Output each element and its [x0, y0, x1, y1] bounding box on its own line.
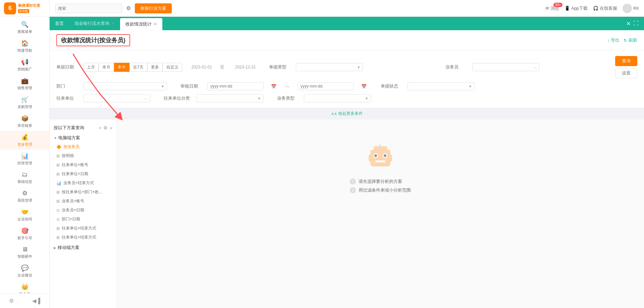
- sidebar-item-purchase[interactable]: 🛒 采购管理: [0, 93, 49, 112]
- date-btn-cur-year[interactable]: 本年: [114, 63, 129, 72]
- sidebar-item-system[interactable]: ⚙ 系统管理: [0, 187, 49, 206]
- partner-label: 往来单位: [56, 95, 76, 101]
- partner-cat-select[interactable]: [197, 94, 264, 102]
- collapse-sidebar-icon[interactable]: ◀▐: [32, 298, 40, 304]
- scheme-group-desktop-title[interactable]: ▼ 电脑端方案: [50, 134, 116, 142]
- doc-status-select[interactable]: [408, 82, 475, 90]
- scheme-item-partner-dept-collect[interactable]: ⊞ 按往来单位+部门+收...: [52, 188, 116, 197]
- scheme-group-mobile: ▶ 移动端方案: [50, 243, 116, 252]
- date-btn-cur-month[interactable]: 本月: [99, 63, 114, 72]
- header-left: ⚙ 体验行业方案: [55, 3, 172, 13]
- filter-panel: 单据日期 上月 本月 本年 近7天 更多 自定义 2023-01-01 至 20…: [50, 51, 644, 108]
- scheme-item-salesman-calc[interactable]: 📊 业务员+结算方式: [52, 178, 116, 188]
- collapse-icon: ∧∧: [331, 111, 337, 116]
- tab-home[interactable]: 首页: [50, 17, 69, 30]
- sidebar-item-fund[interactable]: 💰 资金管理: [0, 131, 49, 150]
- refresh-btn[interactable]: ↻ 刷新: [624, 37, 637, 43]
- scheme-item-partner-date[interactable]: ⊞ 往来单位+日期: [52, 169, 116, 178]
- svg-point-6: [384, 154, 386, 157]
- sidebar-item-enterprise[interactable]: 🤝 企业协同: [0, 206, 49, 224]
- tab-bank-flow[interactable]: 现金银行流水查询 ✕: [69, 17, 120, 30]
- query-btn[interactable]: 查询: [615, 56, 637, 66]
- service-icon: 🎧: [593, 6, 598, 11]
- sidebar-item-search[interactable]: 🔍 搜索菜单: [0, 18, 49, 37]
- smart-hw-icon: 🖥: [22, 246, 28, 253]
- date-btn-7days[interactable]: 近7天: [129, 63, 147, 72]
- sidebar-item-quick-nav[interactable]: 🏠 快捷导航: [0, 37, 49, 56]
- page-title: 收款情况统计(按业务员): [61, 37, 125, 44]
- tab-collection-stats-close[interactable]: ✕: [154, 22, 157, 27]
- scheme-group-mobile-title[interactable]: ▶ 移动端方案: [50, 243, 116, 252]
- sidebar-item-basic-info[interactable]: 🗂 基础信息: [0, 168, 49, 187]
- biz-type-select-wrapper: ▼: [304, 94, 371, 102]
- date-btn-custom[interactable]: 自定义: [163, 63, 182, 72]
- filter-row-2: 部门 ▼ 审核日期 📅 — 📅 单据状态: [56, 82, 637, 90]
- salesman-more-icon[interactable]: ···: [533, 65, 537, 70]
- scheme-item-salesman-date[interactable]: ⊙ 业务员+日期: [52, 206, 116, 215]
- settings-footer-icon[interactable]: ⚙: [9, 298, 14, 304]
- export-btn[interactable]: ↑ 导出: [607, 37, 620, 43]
- sidebar-footer: ⚙ ◀▐: [0, 293, 49, 308]
- doc-status-label: 单据状态: [381, 83, 401, 89]
- scheme-panel-title: 按以下方案查询: [54, 125, 84, 131]
- detail-scheme-icon: ⊞: [56, 154, 60, 158]
- sidebar-item-marketing[interactable]: 📢 营销推广: [0, 56, 49, 74]
- tip-item-2: 2 用过滤条件来缩小分析范围: [350, 187, 411, 193]
- partner-input[interactable]: [83, 94, 150, 102]
- download-icon: 📱: [565, 6, 570, 11]
- sidebar-item-operation[interactable]: 📊 经营管理: [0, 150, 49, 168]
- date-btn-prev-month[interactable]: 上月: [83, 63, 99, 72]
- scheme-item-partner-calc2[interactable]: ⊞ 往来单位+结算方式: [52, 233, 116, 242]
- scheme-item-dept-date[interactable]: ⊙ 部门+日期: [52, 215, 116, 224]
- user-avatar-item[interactable]: Rit: [623, 4, 639, 13]
- salesman-input[interactable]: [472, 63, 539, 71]
- scheme-collapse-icon[interactable]: «: [110, 125, 112, 131]
- scheme-add-icon[interactable]: +: [99, 125, 101, 131]
- messages-item[interactable]: ✉ 消息 99+: [545, 5, 559, 11]
- svg-rect-0: [370, 150, 390, 166]
- sidebar-item-guide[interactable]: 🎯 新手引导: [0, 224, 49, 243]
- scheme-item-by-detail[interactable]: ⊞ 按明细: [52, 151, 116, 160]
- filter-actions: 查询 设置: [615, 56, 637, 78]
- audit-date-end[interactable]: [298, 82, 354, 90]
- audit-date-icon1: 📅: [271, 84, 276, 89]
- scheme-gear-icon[interactable]: ⚙: [103, 125, 108, 131]
- tab-bank-flow-close[interactable]: ✕: [111, 21, 115, 26]
- marketing-icon: 📢: [21, 58, 29, 66]
- sidebar-item-wechat[interactable]: 💬 企业微信: [0, 262, 49, 280]
- audit-date-start[interactable]: [207, 82, 264, 90]
- svg-point-5: [374, 154, 377, 157]
- scheme-list-desktop: 🔶 按业务员 ⊞ 按明细 ⊞ 往来单位+账号 ⊞: [50, 142, 116, 242]
- collapse-bar[interactable]: ∧∧ 收起更多条件: [50, 108, 644, 119]
- partner-more-icon[interactable]: ···: [144, 96, 148, 101]
- tip-list: 1 请先选择要分析的方案 2 用过滤条件来缩小分析范围: [350, 178, 411, 196]
- online-service-item[interactable]: 🎧 在线客服: [593, 5, 617, 11]
- dept-select-wrapper: ▼: [83, 82, 167, 90]
- desktop-group-arrow: ▼: [54, 136, 57, 140]
- date-btn-more[interactable]: 更多: [147, 63, 163, 72]
- settings-gear-icon[interactable]: ⚙: [126, 5, 131, 11]
- trial-btn[interactable]: 体验行业方案: [135, 3, 172, 13]
- set-btn[interactable]: 设置: [615, 68, 637, 78]
- tab-expand-icon[interactable]: ⛶: [633, 20, 639, 27]
- scheme-item-partner-account[interactable]: ⊞ 往来单位+账号: [52, 160, 116, 169]
- sidebar-item-inventory[interactable]: 📦 库存核算: [0, 112, 49, 131]
- doc-type-select[interactable]: [296, 63, 363, 71]
- logo-text: 畅捷通好生意 标准版: [18, 3, 40, 13]
- scheme-item-salesman-account[interactable]: ⊞ 业务员+账号: [52, 197, 116, 206]
- tab-collection-stats[interactable]: 收款情况统计 ✕: [120, 18, 162, 30]
- export-icon: ↑: [607, 38, 610, 43]
- messages-badge: 99+: [553, 3, 562, 7]
- scheme-item-partner-calc1[interactable]: ⊞ 往来单位+结算方式: [52, 224, 116, 233]
- tab-close-all-icon[interactable]: ✕: [626, 20, 631, 27]
- doc-type-select-wrapper: ▼: [296, 63, 363, 71]
- sidebar-item-smart-hw[interactable]: 🖥 智能硬件: [0, 243, 49, 262]
- app-download-item[interactable]: 📱 App下载: [565, 5, 588, 11]
- sidebar-item-member[interactable]: 👑 畅会员: [0, 280, 49, 293]
- biz-type-select[interactable]: [304, 94, 371, 102]
- wechat-icon: 💬: [21, 264, 29, 272]
- header-search-input[interactable]: [55, 4, 122, 13]
- sidebar-item-sales[interactable]: 💼 销售管理: [0, 74, 49, 93]
- dept-select[interactable]: [83, 82, 167, 90]
- scheme-item-by-salesman[interactable]: 🔶 按业务员: [52, 142, 116, 151]
